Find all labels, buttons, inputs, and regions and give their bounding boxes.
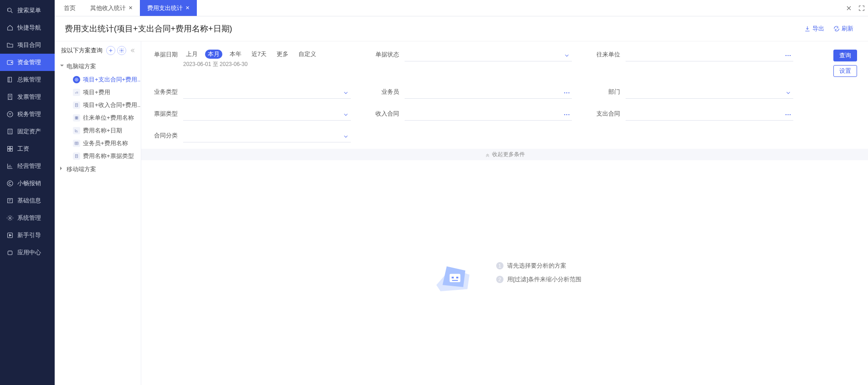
tree-item-0-2[interactable]: 项目+收入合同+费用...: [57, 99, 141, 111]
unit-picker[interactable]: ···: [626, 50, 793, 61]
tree-item-0-4[interactable]: 费用名称+日期: [57, 124, 141, 137]
content: 单据日期 上月本月本年近7天更多自定义 2023-06-01 至 2023-06…: [141, 41, 868, 385]
sidebar-item-label: 新手引导: [17, 231, 41, 239]
query-button[interactable]: 查询: [833, 50, 857, 61]
play-icon: [6, 232, 14, 239]
step-number-2: 2: [496, 276, 503, 283]
filters: 单据日期 上月本月本年近7天更多自定义 2023-06-01 至 2023-06…: [141, 41, 868, 149]
step-number-1: 1: [496, 262, 503, 269]
book-icon: [6, 76, 14, 83]
dept-select[interactable]: [626, 87, 793, 99]
tab-2[interactable]: 费用支出统计✕: [140, 0, 197, 16]
tab-label: 首页: [64, 4, 76, 12]
ellipsis-icon: ···: [564, 111, 570, 118]
settings-button[interactable]: 设置: [833, 65, 857, 77]
action-column: 查询 设置: [816, 50, 857, 77]
sidebar-item-12[interactable]: 系统管理: [0, 209, 55, 227]
tree-item-label: 项目+收入合同+费用...: [83, 101, 141, 109]
sidebar-item-14[interactable]: 应用中心: [0, 244, 55, 261]
billtype-select[interactable]: [183, 109, 351, 121]
tab-1[interactable]: 其他收入统计✕: [83, 0, 140, 16]
tree-item-0-6[interactable]: 费用名称+票据类型: [57, 150, 141, 162]
sidebar-item-label: 快捷导航: [17, 24, 41, 32]
sidebar-item-4[interactable]: 总账管理: [0, 71, 55, 88]
sidebar-item-11[interactable]: 基础信息: [0, 192, 55, 209]
svg-rect-21: [77, 118, 78, 119]
sidebar-item-label: 固定资产: [17, 127, 41, 136]
contract-category-select[interactable]: [183, 131, 351, 142]
filter-billtype: 票据类型: [152, 109, 351, 121]
income-contract-picker[interactable]: ···: [405, 109, 572, 121]
scheme-settings-button[interactable]: [117, 46, 126, 55]
date-option-5[interactable]: 自定义: [296, 50, 319, 59]
filter-date: 单据日期 上月本月本年近7天更多自定义 2023-06-01 至 2023-06…: [152, 50, 351, 77]
collapse-scheme-button[interactable]: [128, 46, 136, 55]
filter-date-label: 单据日期: [152, 50, 178, 59]
date-option-1[interactable]: 本月: [205, 50, 222, 59]
svg-rect-7: [8, 149, 10, 152]
sidebar-item-3[interactable]: 资金管理: [0, 54, 55, 71]
sidebar-item-10[interactable]: 小畅报销: [0, 175, 55, 192]
svg-rect-20: [75, 118, 77, 119]
export-button[interactable]: 导出: [800, 23, 829, 35]
status-select[interactable]: [405, 50, 572, 61]
sidebar-item-label: 总账管理: [17, 76, 41, 84]
fullscreen-button[interactable]: [855, 2, 868, 15]
sidebar-item-8[interactable]: 工资: [0, 140, 55, 157]
sidebar-item-7[interactable]: 固定资产: [0, 123, 55, 140]
empty-steps: 1 请先选择要分析的方案 2 用[过滤]条件来缩小分析范围: [496, 262, 581, 284]
folder-icon: [6, 41, 14, 49]
target-icon: [73, 76, 80, 83]
date-option-2[interactable]: 本年: [227, 50, 244, 59]
tab-close-icon[interactable]: ✕: [128, 5, 133, 11]
sidebar-item-label: 工资: [17, 145, 29, 153]
tree-group-0[interactable]: 电脑端方案: [57, 60, 141, 73]
sidebar-item-label: 基础信息: [17, 197, 41, 205]
empty-step-2-text: 用[过滤]条件来缩小分析范围: [507, 275, 581, 284]
empty-illustration: [428, 250, 478, 295]
filter-unit: 往来单位 ···: [595, 50, 793, 77]
sidebar-item-1[interactable]: 快捷导航: [0, 19, 55, 36]
collapse-filters-label: 收起更多条件: [492, 151, 525, 158]
refresh-button[interactable]: 刷新: [829, 23, 858, 35]
sidebar-item-13[interactable]: 新手引导: [0, 227, 55, 244]
grid-icon: [6, 145, 14, 152]
close-all-button[interactable]: [842, 2, 855, 15]
sidebar: 搜索菜单快捷导航项目合同资金管理总账管理发票管理税务管理固定资产工资经营管理小畅…: [0, 0, 55, 385]
c-icon: [6, 180, 14, 187]
sidebar-item-5[interactable]: 发票管理: [0, 88, 55, 106]
svg-point-3: [7, 111, 13, 117]
chart-icon: [73, 127, 80, 134]
wallet-icon: [6, 59, 14, 66]
expense-contract-picker[interactable]: ···: [626, 109, 793, 121]
date-option-4[interactable]: 更多: [274, 50, 291, 59]
biztype-select[interactable]: [183, 87, 351, 99]
tree-group-1[interactable]: 移动端方案: [57, 162, 141, 176]
tree-item-0-1[interactable]: 项目+费用: [57, 86, 141, 99]
sidebar-item-9[interactable]: 经营管理: [0, 157, 55, 175]
date-option-0[interactable]: 上月: [183, 50, 200, 59]
sidebar-item-2[interactable]: 项目合同: [0, 36, 55, 54]
export-label: 导出: [812, 25, 824, 33]
grid-icon: [73, 114, 80, 122]
scheme-panel: 按以下方案查询 电脑端方案项目+支出合同+费用...项目+费用项目+收入合同+费…: [55, 41, 141, 385]
tab-close-icon[interactable]: ✕: [185, 5, 190, 11]
collapse-filters-bar[interactable]: 收起更多条件: [141, 149, 868, 160]
tree-item-0-0[interactable]: 项目+支出合同+费用...: [57, 73, 141, 86]
tax-icon: [6, 111, 14, 118]
clerk-picker[interactable]: ···: [405, 87, 572, 99]
filter-income-contract-label: 收入合同: [374, 109, 399, 118]
add-scheme-button[interactable]: [106, 46, 115, 55]
tree-item-0-5[interactable]: 业务员+费用名称: [57, 137, 141, 150]
building-icon: [6, 128, 14, 135]
tab-0[interactable]: 首页: [56, 0, 83, 16]
sidebar-item-0[interactable]: 搜索菜单: [0, 2, 55, 19]
filter-contract-category: 合同分类: [152, 131, 351, 142]
tree-item-0-3[interactable]: 往来单位+费用名称: [57, 111, 141, 124]
date-option-3[interactable]: 近7天: [249, 50, 269, 59]
refresh-label: 刷新: [842, 25, 853, 33]
tree-item-label: 项目+费用: [83, 88, 110, 96]
sidebar-item-label: 发票管理: [17, 93, 41, 101]
sidebar-item-6[interactable]: 税务管理: [0, 106, 55, 123]
info-icon: [6, 197, 14, 204]
